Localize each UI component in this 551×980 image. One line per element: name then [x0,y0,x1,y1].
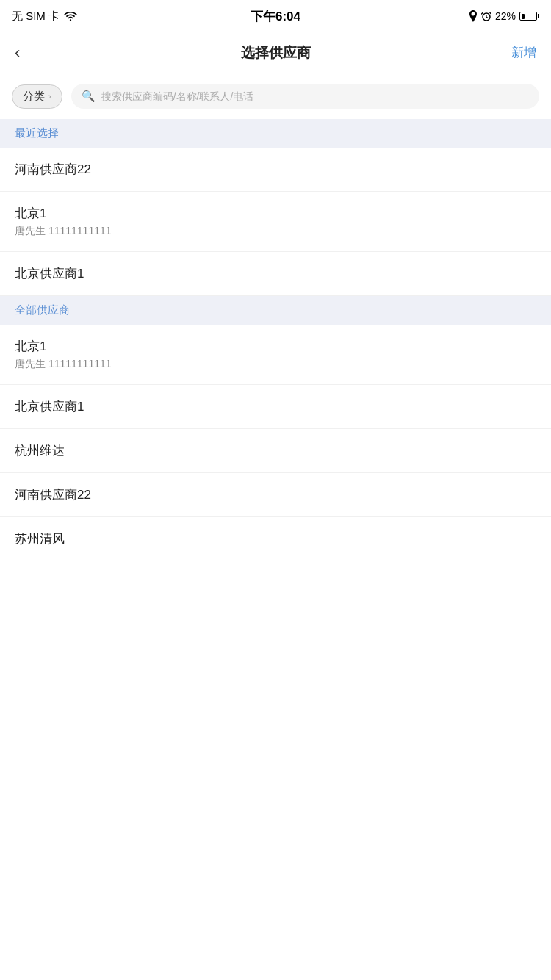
status-bar: 无 SIM 卡 下午6:04 22% [0,0,551,32]
filter-bar: 分类 › 🔍 [0,73,551,119]
item-name: 北京供应商1 [15,265,536,282]
wifi-icon [64,11,77,21]
list-item[interactable]: 苏州清风 [0,517,551,561]
location-icon [469,10,478,22]
recent-section-header: 最近选择 [0,119,551,148]
all-section-header: 全部供应商 [0,296,551,325]
item-name: 北京供应商1 [15,398,536,415]
recent-section-label: 最近选择 [15,126,59,139]
list-item[interactable]: 北京1 唐先生 11111111111 [0,192,551,252]
item-name: 苏州清风 [15,530,536,547]
chevron-right-icon: › [48,92,51,101]
all-section-label: 全部供应商 [15,303,70,316]
list-item[interactable]: 北京供应商1 [0,252,551,296]
category-filter-button[interactable]: 分类 › [12,84,62,109]
all-items-list: 北京1 唐先生 11111111111 北京供应商1 杭州维达 河南供应商22 … [0,325,551,561]
search-icon: 🔍 [82,90,96,103]
carrier-text: 无 SIM 卡 [12,10,60,24]
back-button[interactable]: ‹ [9,37,26,68]
list-item[interactable]: 北京1 唐先生 11111111111 [0,325,551,385]
battery-icon [519,12,539,21]
recent-items-list: 河南供应商22 北京1 唐先生 11111111111 北京供应商1 [0,148,551,296]
category-label: 分类 [23,90,45,104]
item-name: 杭州维达 [15,442,536,459]
battery-percentage: 22% [495,10,516,22]
search-input[interactable] [101,90,529,102]
page-title: 选择供应商 [241,43,311,62]
list-item[interactable]: 河南供应商22 [0,148,551,192]
status-right: 22% [469,10,539,22]
item-name: 河南供应商22 [15,486,536,503]
item-name: 北京1 [15,338,536,355]
clock: 下午6:04 [251,8,300,25]
carrier-info: 无 SIM 卡 [12,10,77,24]
nav-bar: ‹ 选择供应商 新增 [0,32,551,73]
list-item[interactable]: 杭州维达 [0,429,551,473]
item-sub: 唐先生 11111111111 [15,358,536,371]
search-bar[interactable]: 🔍 [71,84,539,109]
item-name: 河南供应商22 [15,161,536,178]
list-item[interactable]: 北京供应商1 [0,385,551,429]
add-button[interactable]: 新增 [511,44,536,61]
item-name: 北京1 [15,205,536,222]
alarm-icon [481,11,491,21]
list-item[interactable]: 河南供应商22 [0,473,551,517]
item-sub: 唐先生 11111111111 [15,225,536,238]
